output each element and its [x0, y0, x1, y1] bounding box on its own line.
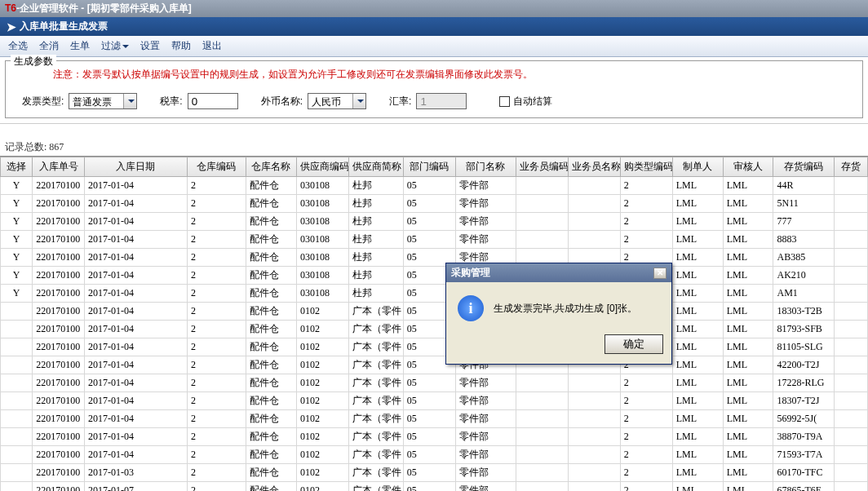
cell[interactable]: Y [1, 213, 33, 231]
cell[interactable]: 0102 [296, 428, 348, 446]
column-header[interactable]: 业务员名称 [568, 157, 620, 177]
cell[interactable]: 2 [620, 374, 672, 392]
table-row[interactable]: 2201701002017-01-042配件仓0102广本（零件05零件部2LM… [1, 410, 868, 428]
table-row[interactable]: 2201701002017-01-032配件仓0102广本（零件05零件部2LM… [1, 464, 868, 482]
cell[interactable]: 零件部 [455, 213, 516, 231]
exit-button[interactable]: 退出 [202, 39, 222, 53]
cell[interactable]: 广本（零件 [348, 392, 403, 410]
table-row[interactable]: 2201701002017-01-042配件仓0102广本（零件05零件部2LM… [1, 338, 868, 356]
cell[interactable]: LML [723, 482, 773, 492]
cell[interactable] [516, 231, 569, 249]
table-row[interactable]: 2201701002017-01-042配件仓0102广本（零件05零件部2LM… [1, 392, 868, 410]
cell[interactable]: 零件部 [455, 482, 516, 492]
cell[interactable] [834, 321, 867, 338]
column-header[interactable]: 审核人 [723, 157, 773, 177]
cell[interactable] [1, 374, 33, 392]
cell[interactable]: 广本（零件 [348, 321, 403, 338]
table-row[interactable]: Y2201701002017-01-042配件仓030108杜邦05零件部2LM… [1, 285, 868, 303]
cell[interactable]: 配件仓 [246, 267, 297, 285]
cell[interactable]: 8883 [773, 231, 834, 249]
cell[interactable]: AB385 [773, 249, 834, 267]
cell[interactable] [568, 428, 620, 446]
column-header[interactable]: 业务员编码 [516, 157, 569, 177]
cell[interactable]: 0102 [296, 482, 348, 492]
cell[interactable]: Y [1, 231, 33, 249]
ok-button[interactable]: 确定 [604, 334, 663, 354]
cell[interactable]: 220170100 [33, 374, 85, 392]
cell[interactable] [834, 213, 867, 231]
cell[interactable]: Y [1, 177, 33, 195]
cell[interactable] [834, 249, 867, 267]
cell[interactable]: 38870-T9A [773, 428, 834, 446]
cell[interactable]: 杜邦 [348, 213, 403, 231]
cell[interactable]: LML [723, 321, 773, 338]
column-header[interactable]: 部门名称 [455, 157, 516, 177]
cell[interactable]: 05 [403, 428, 455, 446]
cell[interactable]: 杜邦 [348, 195, 403, 213]
cell[interactable] [834, 410, 867, 428]
cell[interactable]: LML [672, 410, 723, 428]
cell[interactable]: 030108 [296, 231, 348, 249]
column-header[interactable]: 仓库名称 [246, 157, 297, 177]
cell[interactable]: 零件部 [455, 392, 516, 410]
cell[interactable]: LML [672, 464, 723, 482]
cell[interactable] [516, 446, 569, 464]
cell[interactable]: Y [1, 195, 33, 213]
cell[interactable] [568, 464, 620, 482]
cell[interactable]: LML [672, 195, 723, 213]
cell[interactable]: 配件仓 [246, 482, 297, 492]
settings-button[interactable]: 设置 [140, 39, 160, 53]
cell[interactable]: LML [672, 428, 723, 446]
cell[interactable]: 2 [187, 249, 246, 267]
cell[interactable]: 配件仓 [246, 410, 297, 428]
cell[interactable]: LML [723, 231, 773, 249]
cell[interactable]: 220170100 [33, 177, 85, 195]
cell[interactable]: 2 [620, 482, 672, 492]
cell[interactable]: 2017-01-04 [85, 410, 188, 428]
cell[interactable]: LML [672, 338, 723, 356]
column-header[interactable]: 仓库编码 [187, 157, 246, 177]
table-row[interactable]: 2201701002017-01-042配件仓0102广本（零件05零件部2LM… [1, 356, 868, 374]
cell[interactable]: 杜邦 [348, 249, 403, 267]
cell[interactable]: 2 [620, 464, 672, 482]
cell[interactable]: 42200-T2J [773, 356, 834, 374]
cell[interactable]: 2017-01-04 [85, 285, 188, 303]
column-header[interactable]: 选择 [1, 157, 33, 177]
cell[interactable] [568, 410, 620, 428]
cell[interactable] [516, 482, 569, 492]
cell[interactable]: 2017-01-04 [85, 321, 188, 338]
column-header[interactable]: 供应商简称 [348, 157, 403, 177]
cell[interactable]: 220170100 [33, 446, 85, 464]
cell[interactable]: 2017-01-04 [85, 177, 188, 195]
cell[interactable]: 0102 [296, 321, 348, 338]
cell[interactable]: 零件部 [455, 428, 516, 446]
cell[interactable]: LML [723, 213, 773, 231]
cell[interactable]: LML [723, 410, 773, 428]
cell[interactable]: 030108 [296, 267, 348, 285]
cell[interactable]: 2 [620, 213, 672, 231]
cell[interactable] [516, 464, 569, 482]
cell[interactable]: 2 [620, 410, 672, 428]
cell[interactable] [568, 392, 620, 410]
table-row[interactable]: 2201701002017-01-042配件仓0102广本（零件05零件部2LM… [1, 446, 868, 464]
cell[interactable]: 220170100 [33, 356, 85, 374]
cell[interactable]: 2 [620, 195, 672, 213]
cell[interactable]: LML [723, 267, 773, 285]
cell[interactable]: 杜邦 [348, 177, 403, 195]
cell[interactable]: 05 [403, 195, 455, 213]
cell[interactable]: 零件部 [455, 446, 516, 464]
cell[interactable]: 030108 [296, 195, 348, 213]
column-header[interactable]: 入库单号 [33, 157, 85, 177]
cell[interactable]: 0102 [296, 446, 348, 464]
cell[interactable]: 0102 [296, 392, 348, 410]
filter-button[interactable]: 过滤 [101, 39, 129, 53]
cell[interactable]: 05 [403, 213, 455, 231]
cell[interactable] [568, 213, 620, 231]
cell[interactable]: 05 [403, 177, 455, 195]
cell[interactable] [1, 321, 33, 338]
table-row[interactable]: 2201701002017-01-072配件仓0102广本（零件05零件部2LM… [1, 482, 868, 492]
cell[interactable]: 220170100 [33, 464, 85, 482]
cell[interactable]: 71593-T7A [773, 446, 834, 464]
cell[interactable]: 2 [187, 356, 246, 374]
cell[interactable] [516, 177, 569, 195]
